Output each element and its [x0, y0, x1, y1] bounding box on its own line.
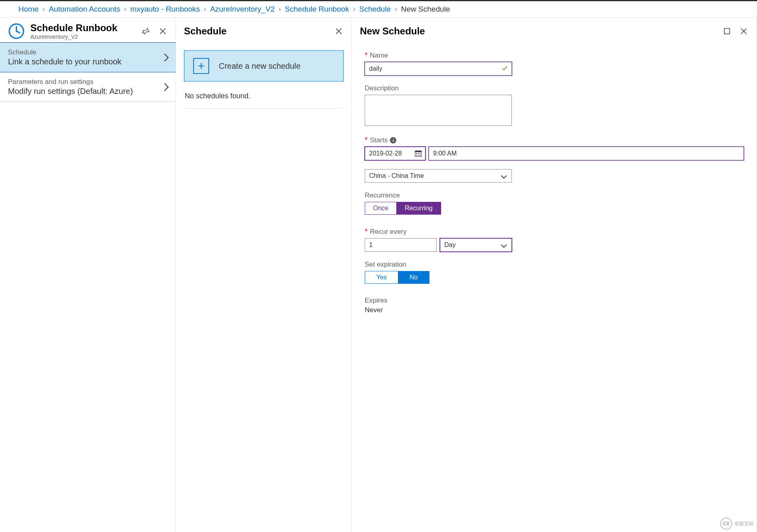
svg-line-2 — [16, 31, 20, 33]
no-schedules-message: No schedules found. — [176, 90, 352, 103]
divider — [185, 108, 343, 109]
chevron-right-icon — [161, 54, 169, 62]
blade-title: Schedule Runbook — [30, 22, 141, 34]
blade-schedule: Schedule + Create a new schedule No sche… — [176, 18, 352, 532]
timezone-value: China - China Time — [369, 172, 424, 179]
step-value: Modify run settings (Default: Azure) — [8, 87, 162, 96]
svg-rect-9 — [416, 155, 417, 155]
recur-every-input[interactable] — [365, 238, 437, 252]
step-value: Link a schedule to your runbook — [8, 57, 162, 66]
chevron-right-icon: › — [204, 6, 206, 13]
create-new-schedule-label: Create a new schedule — [219, 62, 301, 71]
close-button[interactable] — [334, 26, 344, 36]
chevron-right-icon: › — [279, 6, 281, 13]
set-expiration-label: Set expiration — [365, 261, 406, 269]
chevron-right-icon: › — [43, 6, 45, 13]
step-label: Parameters and run settings — [8, 78, 162, 86]
svg-rect-8 — [420, 153, 421, 154]
plus-icon: + — [193, 58, 209, 74]
blade-subtitle: AzureInventory_V2 — [30, 34, 141, 40]
recurrence-toggle: Once Recurring — [365, 202, 744, 215]
create-new-schedule-button[interactable]: + Create a new schedule — [184, 50, 344, 82]
chevron-right-icon: › — [353, 6, 355, 13]
step-schedule[interactable]: Schedule Link a schedule to your runbook — [0, 42, 176, 72]
blade-schedule-runbook: Schedule Runbook AzureInventory_V2 Sched… — [0, 18, 176, 532]
description-label: Description — [365, 84, 399, 92]
chevron-right-icon: › — [395, 6, 397, 13]
starts-label: Starts — [370, 136, 387, 144]
close-button[interactable] — [739, 26, 749, 36]
start-date-input[interactable]: 2019-02-28 — [365, 147, 425, 160]
svg-rect-6 — [416, 153, 417, 154]
chevron-right-icon — [161, 83, 169, 91]
breadcrumb-azureinventory-v2[interactable]: AzureInventory_V2 — [210, 5, 275, 14]
info-icon[interactable]: i — [390, 137, 396, 143]
step-parameters[interactable]: Parameters and run settings Modify run s… — [0, 72, 176, 102]
recur-every-label: Recur every — [370, 228, 407, 236]
blade-title: New Schedule — [360, 26, 722, 37]
svg-rect-5 — [415, 151, 421, 152]
chevron-right-icon: › — [124, 6, 126, 13]
name-input[interactable] — [365, 62, 512, 76]
watermark: CX 创新互联 — [720, 518, 754, 530]
svg-rect-7 — [418, 153, 419, 154]
blade-title: Schedule — [184, 26, 334, 37]
breadcrumb-current: New Schedule — [401, 5, 450, 14]
recur-unit-value: Day — [444, 241, 455, 249]
chevron-down-icon — [501, 242, 507, 248]
recurrence-once[interactable]: Once — [365, 202, 397, 215]
clock-icon — [8, 23, 25, 40]
close-button[interactable] — [158, 26, 168, 36]
breadcrumb-schedule-runbook[interactable]: Schedule Runbook — [285, 5, 349, 14]
recur-unit-select[interactable]: Day — [440, 238, 512, 252]
expiration-toggle: Yes No — [365, 271, 744, 284]
check-icon — [501, 65, 508, 73]
step-label: Schedule — [8, 48, 162, 56]
breadcrumb-home[interactable]: Home — [18, 5, 39, 14]
name-label: Name — [370, 52, 388, 60]
svg-rect-11 — [420, 155, 421, 155]
expiration-no[interactable]: No — [398, 271, 429, 284]
breadcrumb-mxyauto-runbooks[interactable]: mxyauto - Runbooks — [130, 5, 200, 14]
blade-new-schedule: New Schedule *Name — [352, 18, 757, 532]
chevron-down-icon — [501, 173, 507, 179]
pin-button[interactable] — [141, 26, 151, 36]
breadcrumb: Home › Automation Accounts › mxyauto - R… — [0, 1, 757, 17]
start-time-input[interactable] — [429, 147, 744, 160]
recurrence-label: Recurrence — [365, 191, 400, 199]
description-input[interactable] — [365, 95, 512, 126]
breadcrumb-schedule[interactable]: Schedule — [359, 5, 391, 14]
expires-value: Never — [365, 306, 744, 314]
start-date-value: 2019-02-28 — [369, 150, 402, 157]
expires-label: Expires — [365, 297, 744, 305]
calendar-icon — [415, 150, 422, 157]
expiration-yes[interactable]: Yes — [365, 271, 398, 284]
maximize-button[interactable] — [722, 26, 732, 36]
timezone-select[interactable]: China - China Time — [365, 169, 512, 183]
recurrence-recurring[interactable]: Recurring — [397, 202, 441, 215]
svg-rect-3 — [724, 28, 730, 34]
breadcrumb-automation-accounts[interactable]: Automation Accounts — [49, 5, 120, 14]
svg-rect-10 — [418, 155, 419, 155]
